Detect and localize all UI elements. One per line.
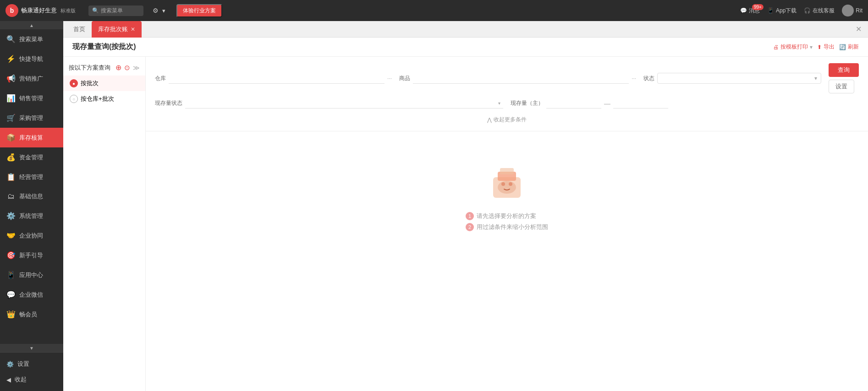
tab-close-icon[interactable]: ✕ (131, 26, 135, 33)
sidebar-item-sales[interactable]: 📊 销售管理 (0, 88, 63, 108)
scheme-item-by-warehouse-batch[interactable]: ○ 按仓库+批次 (63, 91, 145, 107)
sidebar-item-label: 库存核算 (19, 134, 43, 142)
print-button[interactable]: 🖨 按模板打印 ▾ (773, 43, 813, 51)
svg-point-5 (509, 182, 512, 186)
scheme-settings-icon[interactable]: ⊙ (124, 64, 130, 72)
sidebar-item-guide[interactable]: 🎯 新手引导 (0, 245, 63, 265)
basic-icon: 🗂 (6, 192, 16, 201)
sidebar-item-inventory[interactable]: 📦 库存核算 (0, 128, 63, 147)
sidebar-item-label: 营销推广 (19, 75, 43, 83)
sidebar-item-basic[interactable]: 🗂 基础信息 (0, 187, 63, 206)
content-area: 首页 库存批次账 ✕ ✕ 现存量查询(按批次) 🖨 按模板打印 ▾ ⬆ (63, 21, 868, 391)
sidebar-item-marketing[interactable]: 📢 营销推广 (0, 69, 63, 88)
inventory-status-filter: 现存量状态 ▾ (155, 98, 503, 109)
user-profile-button[interactable]: Rit (842, 5, 863, 16)
tab-batch-inventory[interactable]: 库存批次账 ✕ (92, 21, 142, 38)
sidebar-item-quicknav[interactable]: ⚡ 快捷导航 (0, 49, 63, 69)
scheme-item-by-batch[interactable]: ● 按批次 (63, 76, 145, 91)
phone-icon: 📱 (767, 7, 774, 14)
warehouse-more[interactable]: ··· (387, 75, 392, 81)
empty-tips: 1 请先选择要分析的方案 2 用过滤条件来缩小分析范围 (466, 212, 548, 234)
sidebar-item-apps[interactable]: 📱 应用中心 (0, 265, 63, 285)
refresh-icon: 🔄 (839, 44, 846, 50)
empty-illustration (484, 159, 530, 205)
sidebar-bottom: ⚙️ 设置 ◀ 收起 (0, 352, 63, 391)
user-name: Rit (856, 7, 863, 14)
sidebar-scroll-down[interactable]: ▼ (0, 344, 63, 352)
empty-state: 1 请先选择要分析的方案 2 用过滤条件来缩小分析范围 (146, 131, 868, 261)
sidebar-collapse-button[interactable]: ◀ 收起 (0, 372, 63, 387)
right-content: 仓库 ··· 商品 ··· 状态 (146, 57, 868, 391)
guide-icon: 🎯 (6, 251, 16, 260)
sidebar-item-label: 采购管理 (19, 114, 43, 122)
refresh-button[interactable]: 🔄 刷新 (839, 43, 859, 51)
online-service-button[interactable]: 🎧 在线客服 (804, 7, 835, 15)
query-button[interactable]: 查询 (829, 63, 859, 77)
inventory-icon: 📦 (6, 133, 16, 142)
app-edition: 标准版 (60, 7, 76, 14)
sidebar-settings-button[interactable]: ⚙️ 设置 (0, 356, 63, 372)
add-scheme-icon[interactable]: ⊕ (115, 63, 121, 72)
goods-input[interactable] (413, 73, 629, 84)
inventory-status-select-wrap[interactable]: ▾ (185, 98, 503, 109)
inventory-amount-filter: 现存量（主） — (511, 98, 859, 109)
tip-text-1: 请先选择要分析的方案 (477, 212, 536, 220)
settings-icon: ⚙️ (6, 361, 14, 368)
online-service-label: 在线客服 (813, 7, 835, 15)
experience-button[interactable]: 体验行业方案 (176, 4, 222, 17)
sidebar-item-finance[interactable]: 💰 资金管理 (0, 147, 63, 167)
status-chevron-icon: ▾ (814, 75, 817, 81)
app-download-button[interactable]: 📱 App下载 (767, 7, 797, 15)
collapse-panel-icon[interactable]: ≫ (133, 64, 140, 71)
search-icon: 🔍 (92, 7, 99, 14)
page-title: 现存量查询(按批次) (72, 42, 136, 52)
search-menu-input[interactable]: 🔍 搜索菜单 (88, 5, 143, 16)
sidebar-item-member[interactable]: 👑 畅会员 (0, 304, 63, 324)
goods-label: 商品 (399, 75, 410, 82)
panel-close-button[interactable]: ✕ (853, 25, 864, 33)
export-button[interactable]: ⬆ 导出 (817, 43, 835, 51)
page-actions: 🖨 按模板打印 ▾ ⬆ 导出 🔄 刷新 (773, 43, 859, 51)
sidebar-item-label: 系统管理 (19, 212, 43, 220)
gear-icon[interactable]: ⚙ (153, 7, 159, 14)
sidebar-item-search[interactable]: 🔍 搜索菜单 (0, 29, 63, 49)
inventory-status-select[interactable] (188, 100, 498, 106)
tab-home[interactable]: 首页 (67, 21, 92, 38)
warehouse-input[interactable] (169, 73, 385, 84)
sidebar-item-purchase[interactable]: 🛒 采购管理 (0, 108, 63, 128)
system-icon: ⚙️ (6, 212, 16, 220)
message-icon: 💬 (740, 7, 747, 14)
print-icon: 🖨 (773, 44, 779, 50)
sidebar-settings-label: 设置 (17, 360, 29, 368)
sidebar-item-system[interactable]: ⚙️ 系统管理 (0, 206, 63, 226)
inventory-amount-to[interactable] (613, 98, 668, 109)
setting-button[interactable]: 设置 (829, 80, 854, 93)
scheme-header: 按以下方案查询 ⊕ ⊙ ≫ (63, 61, 145, 76)
range-dash: — (604, 100, 610, 107)
app-download-label: App下载 (776, 7, 797, 15)
collapse-more-button[interactable]: ⋀ 收起更多条件 (155, 113, 859, 125)
sidebar-item-operations[interactable]: 📋 经营管理 (0, 167, 63, 187)
status-label: 状态 (643, 75, 654, 82)
tab-home-label: 首页 (73, 25, 85, 33)
print-label: 按模板打印 (780, 43, 808, 51)
sidebar-item-enterprise[interactable]: 🤝 企业协同 (0, 226, 63, 245)
sidebar-item-wechat[interactable]: 💬 企业微信 (0, 285, 63, 304)
status-dropdown[interactable]: ▾ (657, 73, 821, 84)
warehouse-label: 仓库 (155, 75, 166, 82)
empty-tip-1: 1 请先选择要分析的方案 (466, 212, 548, 220)
sidebar-item-label: 企业微信 (19, 291, 43, 299)
inventory-amount-from[interactable] (546, 98, 601, 109)
goods-filter: 商品 ··· (399, 73, 636, 84)
collapse-icon: ◀ (6, 376, 11, 383)
filter-area: 仓库 ··· 商品 ··· 状态 (146, 57, 868, 131)
dropdown-icon[interactable]: ▾ (162, 7, 165, 14)
messages-button[interactable]: 💬 消息 99+ (740, 7, 760, 15)
search-menu-icon: 🔍 (6, 35, 16, 43)
goods-more[interactable]: ··· (632, 75, 636, 81)
sales-icon: 📊 (6, 94, 16, 103)
main-layout: ▲ 🔍 搜索菜单 ⚡ 快捷导航 📢 营销推广 📊 销售管理 🛒 采购管理 📦 库… (0, 21, 868, 391)
wechat-icon: 💬 (6, 290, 16, 299)
sidebar-scroll-up[interactable]: ▲ (0, 21, 63, 29)
sidebar-item-label: 基础信息 (19, 192, 43, 201)
